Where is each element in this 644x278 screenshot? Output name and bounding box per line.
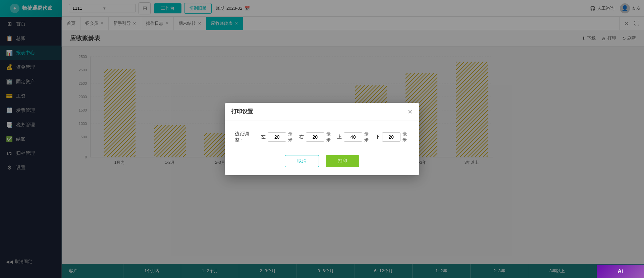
top-margin-input[interactable] (344, 132, 362, 142)
print-settings-dialog: 打印设置 ✕ 边距调整： 左 毫米 右 毫米 上 毫米 (225, 103, 419, 175)
bottom-margin-input[interactable] (382, 132, 400, 142)
bottom-margin-label: 下 (375, 134, 380, 140)
bottom-margin-unit: 毫米 (402, 131, 409, 143)
right-margin-label: 右 (299, 134, 304, 140)
cancel-button[interactable]: 取消 (285, 155, 319, 167)
right-margin-unit: 毫米 (326, 131, 333, 143)
left-margin-input[interactable] (268, 132, 286, 142)
bottom-margin-group: 下 毫米 (375, 131, 409, 143)
modal-overlay: 打印设置 ✕ 边距调整： 左 毫米 右 毫米 上 毫米 (0, 0, 644, 278)
modal-title: 打印设置 (231, 108, 253, 115)
modal-header: 打印设置 ✕ (225, 103, 419, 121)
right-margin-input[interactable] (306, 132, 324, 142)
left-margin-label: 左 (261, 134, 266, 140)
modal-close-button[interactable]: ✕ (408, 109, 413, 115)
ai-badge[interactable]: Ai (597, 265, 644, 278)
right-margin-group: 右 毫米 (299, 131, 333, 143)
modal-body: 边距调整： 左 毫米 右 毫米 上 毫米 下 (225, 121, 419, 150)
top-margin-label: 上 (337, 134, 342, 140)
margin-settings-row: 边距调整： 左 毫米 右 毫米 上 毫米 下 (235, 131, 409, 143)
top-margin-unit: 毫米 (364, 131, 371, 143)
modal-footer: 取消 打印 (225, 150, 419, 175)
print-confirm-button[interactable]: 打印 (326, 155, 359, 167)
left-margin-group: 左 毫米 (261, 131, 295, 143)
margin-label: 边距调整： (235, 131, 257, 143)
ai-label: Ai (618, 268, 623, 274)
top-margin-group: 上 毫米 (337, 131, 371, 143)
left-margin-unit: 毫米 (288, 131, 295, 143)
